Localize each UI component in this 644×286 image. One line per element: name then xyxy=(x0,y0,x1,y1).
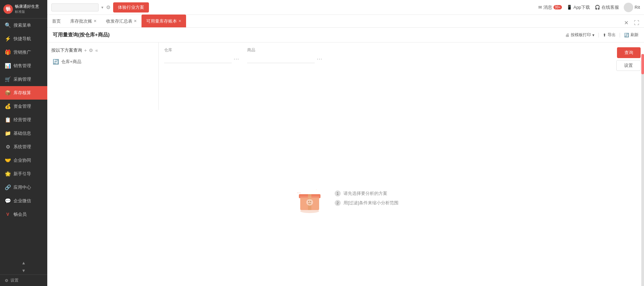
settings-button[interactable]: 设置 xyxy=(616,60,641,71)
goods-input[interactable] xyxy=(247,55,315,63)
sidebar-item-label: 搜索菜单 xyxy=(14,22,31,28)
sidebar-item-label: 资金管理 xyxy=(14,103,31,109)
divider xyxy=(598,33,599,37)
sidebar-item-finance[interactable]: 💰 资金管理 xyxy=(0,100,47,113)
industry-solution-button[interactable]: 体验行业方案 xyxy=(113,2,149,12)
message-button[interactable]: ✉ 消息 99+ xyxy=(538,4,562,10)
export-icon: ⬆ xyxy=(603,33,606,37)
tab-summary[interactable]: 收发存汇总表 ✕ xyxy=(101,15,141,27)
print-label: 按模板打印 xyxy=(571,32,591,38)
page-header-actions: 🖨 按模板打印 ▾ ⬆ 导出 🔄 刷新 xyxy=(565,32,639,38)
tabs-bar: 首页 库存批次账 ✕ 收发存汇总表 ✕ 可用量库存账本 ✕ ✕ ⛶ xyxy=(47,15,644,28)
page-content: 可用量查询(按仓库+商品) 🖨 按模板打印 ▾ ⬆ 导出 🔄 刷新 xyxy=(47,28,644,286)
shortcut-icon: ⚡ xyxy=(5,36,11,42)
goods-field-group: 商品 ··· xyxy=(247,47,322,63)
svg-point-7 xyxy=(310,201,311,202)
sidebar-item-shortcut[interactable]: ⚡ 快捷导航 xyxy=(0,32,47,46)
scheme-item-icon: 🔄 xyxy=(53,59,59,65)
appcenter-icon: 🔗 xyxy=(5,184,11,190)
sidebar-brand-name: 畅康通好生意 xyxy=(15,4,39,9)
refresh-action-button[interactable]: 🔄 刷新 xyxy=(624,32,639,38)
tip-number-2: 2 xyxy=(335,200,341,206)
sidebar-item-label: 经营管理 xyxy=(14,117,31,123)
sidebar-item-inventory[interactable]: 📦 库存核算 xyxy=(0,86,47,100)
refresh-label: 刷新 xyxy=(630,32,639,38)
tip-item-2: 2 用[过滤]条件来缩小分析范围 xyxy=(335,200,398,206)
sidebar-nav: 🔍 搜索菜单 ⚡ 快捷导航 🎁 营销推广 📊 销售管理 🛒 采购管理 📦 库存核… xyxy=(0,19,47,259)
sidebar-item-label: 应用中心 xyxy=(14,184,31,190)
warehouse-field-label: 仓库 xyxy=(164,47,239,53)
main-area: ▾ ⚙ 体验行业方案 ✉ 消息 99+ 📱 App下载 🎧 在线客服 Rit xyxy=(47,0,644,286)
batch-tab-label: 库存批次账 xyxy=(70,18,92,24)
sidebar-item-search[interactable]: 🔍 搜索菜单 xyxy=(0,19,47,32)
sidebar-item-wechat[interactable]: 💬 企业微信 xyxy=(0,194,47,208)
headset-icon: 🎧 xyxy=(595,5,600,10)
export-action-button[interactable]: ⬆ 导出 xyxy=(603,32,616,38)
sidebar-footer-item[interactable]: ⚙ 设置 xyxy=(0,275,47,286)
warehouse-select-icon[interactable]: ··· xyxy=(234,56,239,62)
page-title: 可用量查询(按仓库+商品) xyxy=(53,32,110,38)
tab-close-btn[interactable]: ✕ xyxy=(622,19,630,27)
available-tab-label: 可用量库存账本 xyxy=(146,18,177,24)
tip-text-2: 用[过滤]条件来缩小分析范围 xyxy=(343,200,398,206)
sidebar-item-member[interactable]: V 畅会员 xyxy=(0,208,47,221)
tab-available-close-icon[interactable]: ✕ xyxy=(178,19,181,23)
message-label: 消息 xyxy=(543,4,552,10)
svg-rect-4 xyxy=(300,197,319,199)
tab-summary-close-icon[interactable]: ✕ xyxy=(134,19,137,23)
goods-select-icon[interactable]: ··· xyxy=(317,56,322,62)
system-icon: ⚙ xyxy=(5,144,11,150)
sidebar-item-newbie[interactable]: 🌟 新手引导 xyxy=(0,167,47,181)
sidebar-item-appcenter[interactable]: 🔗 应用中心 xyxy=(0,181,47,194)
user-name: Rit xyxy=(635,5,640,10)
sidebar-item-purchase[interactable]: 🛒 采购管理 xyxy=(0,73,47,86)
sidebar-item-label: 库存核算 xyxy=(14,90,31,96)
purchase-icon: 🛒 xyxy=(5,76,11,82)
svg-point-6 xyxy=(308,201,309,202)
settings-footer-icon: ⚙ xyxy=(5,278,8,283)
goods-field-label: 商品 xyxy=(247,47,322,53)
basic-icon: 📁 xyxy=(5,130,11,136)
tab-batch-close-icon[interactable]: ✕ xyxy=(94,19,97,23)
scheme-settings-icon[interactable]: ⚙ xyxy=(89,48,93,53)
chevron-down-icon[interactable]: ▾ xyxy=(101,5,103,10)
member-icon: V xyxy=(5,212,11,217)
sidebar-item-operation[interactable]: 📋 经营管理 xyxy=(0,113,47,127)
empty-illustration: ... · · xyxy=(293,181,327,215)
sidebar-scroll-down[interactable]: ▼ xyxy=(0,267,47,275)
warehouse-input[interactable] xyxy=(164,55,232,63)
sidebar-item-label: 企业协同 xyxy=(14,157,31,163)
right-scrollbar[interactable] xyxy=(641,54,644,286)
collapse-scheme-icon[interactable]: « xyxy=(95,48,98,53)
inventory-icon: 📦 xyxy=(5,90,11,96)
scrollbar-thumb[interactable] xyxy=(641,54,644,74)
sidebar-item-label: 采购管理 xyxy=(14,76,31,82)
tab-batch[interactable]: 库存批次账 ✕ xyxy=(66,15,101,27)
add-scheme-icon[interactable]: + xyxy=(84,48,87,53)
topbar-search-input[interactable] xyxy=(51,3,99,11)
sidebar-item-sales[interactable]: 📊 销售管理 xyxy=(0,59,47,73)
user-avatar-button[interactable]: Rit xyxy=(624,3,640,12)
sidebar-item-label: 新手引导 xyxy=(14,171,31,177)
svg-text:·: · xyxy=(318,192,319,196)
empty-tips: 1 请先选择要分析的方案 2 用[过滤]条件来缩小分析范围 xyxy=(335,190,398,206)
online-service-button[interactable]: 🎧 在线客服 xyxy=(595,4,619,10)
tab-home[interactable]: 首页 xyxy=(47,15,66,27)
tab-expand-btn[interactable]: ⛶ xyxy=(632,19,641,27)
tab-available[interactable]: 可用量库存账本 ✕ xyxy=(141,15,186,27)
print-action-button[interactable]: 🖨 按模板打印 ▾ xyxy=(565,32,594,38)
topbar-gear-icon[interactable]: ⚙ xyxy=(106,4,110,10)
message-badge: 99+ xyxy=(553,5,562,9)
online-service-label: 在线客服 xyxy=(601,4,619,10)
query-button[interactable]: 查询 xyxy=(617,47,641,58)
sidebar-item-enterprise[interactable]: 🤝 企业协同 xyxy=(0,154,47,167)
sidebar-item-basic[interactable]: 📁 基础信息 xyxy=(0,127,47,140)
sidebar-item-marketing[interactable]: 🎁 营销推广 xyxy=(0,46,47,59)
scheme-item-warehouse-goods[interactable]: 🔄 仓库+商品 xyxy=(47,56,158,68)
sidebar-scroll-up[interactable]: ▲ xyxy=(0,259,47,267)
app-download-button[interactable]: 📱 App下载 xyxy=(567,4,590,10)
scheme-header: 按以下方案查询 + ⚙ « xyxy=(47,46,158,56)
sidebar-item-label: 销售管理 xyxy=(14,63,31,69)
svg-text:...: ... xyxy=(297,189,301,194)
sidebar-item-system[interactable]: ⚙ 系统管理 xyxy=(0,140,47,154)
